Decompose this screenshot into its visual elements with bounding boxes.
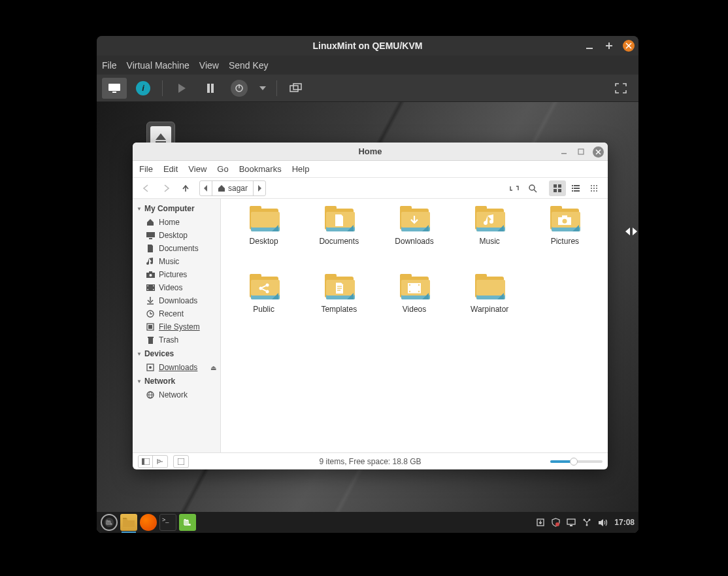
power-dropdown[interactable] (256, 78, 270, 99)
fm-close-button[interactable] (593, 146, 604, 158)
folder-item-public[interactable]: Public (227, 273, 300, 339)
folder-item-desktop[interactable]: Desktop (227, 205, 300, 271)
path-prev-button[interactable] (200, 181, 212, 195)
sidebar-item-network[interactable]: Network (133, 388, 220, 401)
sidebar-item-downloads[interactable]: Downloads (133, 294, 220, 307)
taskbar-firefox-button[interactable] (140, 514, 157, 531)
folder-label: Templates (321, 305, 357, 314)
fm-menu-help[interactable]: Help (292, 164, 310, 174)
taskbar-files-button[interactable] (120, 514, 137, 531)
places-toggle[interactable] (139, 456, 153, 467)
tree-toggle[interactable] (153, 456, 167, 467)
svg-rect-52 (153, 286, 154, 287)
fm-menu-view[interactable]: View (188, 164, 207, 174)
svg-point-39 (593, 188, 595, 189)
fm-menu-go[interactable]: Go (217, 164, 228, 174)
snapshot-button[interactable] (284, 78, 308, 99)
tray-clock[interactable]: 17:08 (614, 518, 635, 527)
nav-back-button[interactable] (138, 180, 155, 196)
camera-icon (146, 270, 155, 279)
sidebar-toggle[interactable] (174, 456, 188, 467)
mint-menu-button[interactable] (101, 514, 118, 531)
sidebar-section-computer[interactable]: ▼My Computer (133, 201, 220, 216)
fm-minimize-button[interactable] (559, 146, 569, 157)
taskbar-mint-button[interactable] (179, 514, 196, 531)
list-view-button[interactable] (567, 180, 584, 196)
fm-menu-edit[interactable]: Edit (163, 164, 178, 174)
drive-icon (146, 363, 155, 372)
sidebar-item-home[interactable]: Home (133, 216, 220, 229)
pause-button[interactable] (198, 78, 223, 99)
play-button[interactable] (169, 78, 194, 99)
folder-item-documents[interactable]: Documents (303, 205, 375, 271)
info-button[interactable]: i (131, 78, 156, 99)
svg-line-24 (534, 190, 537, 192)
eject-icon[interactable]: ⏏ (210, 364, 216, 371)
taskbar-terminal-button[interactable]: >_ (159, 514, 176, 531)
sidebar-item-documents[interactable]: Documents (133, 242, 220, 255)
sidebar-item-videos[interactable]: Videos (133, 281, 220, 294)
sidebar-item-recent[interactable]: Recent (133, 307, 220, 320)
path-home-segment[interactable]: sagar (212, 181, 254, 195)
search-icon (528, 184, 537, 193)
path-next-button[interactable] (254, 181, 265, 195)
sidebar-item-device-downloads[interactable]: Downloads⏏ (133, 361, 220, 374)
compact-view-button[interactable] (586, 180, 603, 196)
vm-menubar: File Virtual Machine View Send Key (97, 56, 638, 75)
icon-view-button[interactable] (549, 180, 566, 196)
sidebar-item-desktop[interactable]: Desktop (133, 229, 220, 242)
vm-close-button[interactable] (623, 40, 635, 52)
svg-rect-6 (112, 92, 116, 93)
nav-forward-button[interactable] (157, 180, 174, 196)
monitor-icon (146, 231, 155, 240)
vm-menu-file[interactable]: File (102, 60, 117, 71)
search-button[interactable] (524, 180, 541, 196)
sidebar-item-music[interactable]: Music (133, 255, 220, 268)
svg-rect-81 (567, 519, 575, 524)
zoom-slider[interactable] (550, 460, 603, 463)
folder-icon (122, 517, 135, 528)
svg-rect-27 (554, 189, 557, 192)
svg-rect-28 (558, 189, 561, 192)
fm-titlebar[interactable]: Home (133, 143, 608, 161)
svg-rect-53 (153, 289, 154, 290)
fm-menu-bookmarks[interactable]: Bookmarks (239, 164, 282, 174)
folder-item-pictures[interactable]: Pictures (529, 205, 601, 271)
vm-minimize-button[interactable] (584, 40, 595, 52)
folder-item-templates[interactable]: Templates (303, 273, 375, 339)
tray-volume-icon[interactable] (598, 518, 608, 527)
console-button[interactable] (102, 78, 127, 99)
svg-rect-14 (293, 84, 301, 90)
nav-up-button[interactable] (177, 180, 194, 196)
toggle-location-button[interactable] (506, 180, 523, 196)
vm-menu-virtual-machine[interactable]: Virtual Machine (127, 60, 190, 71)
fm-maximize-button[interactable] (576, 146, 586, 157)
tray-display-icon[interactable] (567, 518, 576, 527)
vm-menu-view[interactable]: View (199, 60, 219, 71)
svg-point-38 (591, 188, 592, 189)
sidebar-section-devices[interactable]: ▼Devices (133, 347, 220, 361)
fm-content-area[interactable]: DesktopDocumentsDownloadsMusicPicturesPu… (221, 199, 608, 452)
tray-shield-icon[interactable] (552, 518, 560, 527)
fullscreen-button[interactable] (608, 78, 633, 99)
vm-menu-send-key[interactable]: Send Key (229, 60, 269, 71)
folder-item-downloads[interactable]: Downloads (378, 205, 450, 271)
vm-maximize-button[interactable] (603, 40, 615, 52)
svg-rect-69 (337, 288, 342, 288)
folder-item-videos[interactable]: Videos (378, 273, 450, 339)
sidebar-item-filesystem[interactable]: File System (133, 320, 220, 333)
resize-handle-icon[interactable] (625, 228, 637, 235)
folder-item-music[interactable]: Music (454, 205, 526, 271)
vm-titlebar[interactable]: LinuxMint on QEMU/KVM (97, 36, 638, 56)
svg-point-60 (149, 366, 152, 369)
sidebar-item-pictures[interactable]: Pictures (133, 268, 220, 281)
tray-network-icon[interactable] (582, 518, 591, 527)
fm-menu-file[interactable]: File (139, 164, 153, 174)
sidebar-item-trash[interactable]: Trash (133, 333, 220, 347)
vm-screen[interactable]: Home File Edit View Go (97, 102, 638, 533)
folder-item-warpinator[interactable]: Warpinator (454, 273, 526, 339)
power-button[interactable] (227, 78, 252, 99)
tray-update-icon[interactable] (536, 518, 545, 527)
sidebar-section-network[interactable]: ▼Network (133, 374, 220, 388)
svg-marker-7 (178, 84, 186, 93)
